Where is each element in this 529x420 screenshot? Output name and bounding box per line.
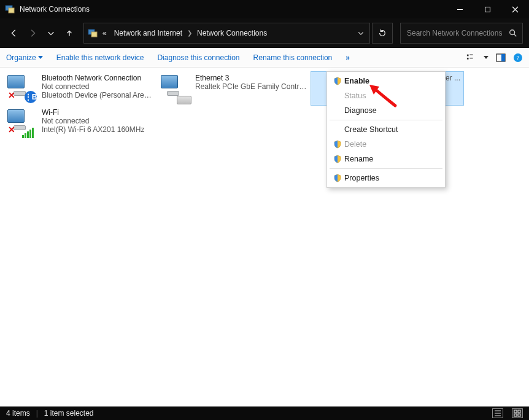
tiles-view-button[interactable] xyxy=(512,408,523,418)
menu-item-delete: Delete xyxy=(328,137,444,152)
search-box[interactable] xyxy=(400,23,523,44)
command-toolbar: Organize Enable this network device Diag… xyxy=(0,48,529,68)
status-item-count: 4 items xyxy=(6,409,30,418)
adapter-item-ethernet[interactable]: Ethernet 3 Realtek PCIe GbE Family Contr… xyxy=(157,71,311,106)
adapter-status: Not connected xyxy=(42,82,153,91)
svg-rect-24 xyxy=(518,414,520,416)
menu-item-status: Status xyxy=(328,88,444,103)
breadcrumb-prefix: « xyxy=(100,28,109,39)
svg-point-8 xyxy=(510,29,515,34)
menu-item-enable[interactable]: Enable xyxy=(328,74,444,88)
adapter-name: Ethernet 3 xyxy=(195,74,307,82)
breadcrumb-item[interactable]: Network and Internet xyxy=(112,28,185,39)
disabled-x-icon: ✕ xyxy=(7,125,16,134)
location-icon xyxy=(88,28,98,38)
svg-rect-15 xyxy=(501,54,505,61)
breadcrumb-item[interactable]: Network Connections xyxy=(195,28,269,39)
adapter-device: Intel(R) Wi-Fi 6 AX201 160MHz xyxy=(42,125,144,134)
minimize-button[interactable] xyxy=(446,0,474,18)
svg-text:?: ? xyxy=(517,54,520,61)
adapter-device: Bluetooth Device (Personal Area ... xyxy=(42,91,153,99)
menu-label: Diagnose xyxy=(344,106,438,115)
toolbar-overflow-button[interactable]: » xyxy=(346,53,349,62)
svg-rect-22 xyxy=(518,410,520,413)
menu-label: Enable xyxy=(344,77,438,85)
menu-item-properties[interactable]: Properties xyxy=(328,171,444,185)
shield-icon xyxy=(331,155,344,163)
menu-label: Rename xyxy=(344,155,438,163)
search-input[interactable] xyxy=(406,28,509,38)
disabled-x-icon: ✕ xyxy=(7,91,16,99)
preview-pane-button[interactable] xyxy=(496,53,506,63)
status-bar: 4 items | 1 item selected xyxy=(0,406,529,420)
shield-icon xyxy=(331,77,344,85)
window-controls xyxy=(446,0,529,18)
svg-rect-7 xyxy=(91,32,97,37)
diagnose-connection-button[interactable]: Diagnose this connection xyxy=(157,53,239,62)
menu-separator xyxy=(330,168,442,169)
menu-separator xyxy=(330,120,442,120)
content-area[interactable]: ✕ ⋮B Bluetooth Network Connection Not co… xyxy=(0,68,529,406)
organize-menu[interactable]: Organize xyxy=(6,53,43,62)
search-icon[interactable] xyxy=(509,29,517,37)
svg-rect-21 xyxy=(514,410,517,413)
titlebar: Network Connections xyxy=(0,0,529,18)
shield-icon xyxy=(331,174,344,182)
window-title: Network Connections xyxy=(20,5,446,14)
menu-item-create-shortcut[interactable]: Create Shortcut xyxy=(328,122,444,137)
adapter-icon xyxy=(161,74,190,103)
adapter-device: Realtek PCIe GbE Family Controll... xyxy=(195,82,307,91)
menu-label: Delete xyxy=(344,140,438,149)
chevron-right-icon: ❯ xyxy=(187,29,192,36)
svg-rect-3 xyxy=(485,7,490,12)
status-selected-count: 1 item selected xyxy=(44,409,94,418)
refresh-button[interactable] xyxy=(372,23,393,44)
view-options-button[interactable] xyxy=(466,53,476,63)
bluetooth-icon: ⋮B xyxy=(25,91,37,103)
help-button[interactable]: ? xyxy=(513,53,523,63)
adapter-icon: ✕ ⋮B xyxy=(7,74,37,103)
nav-back-button[interactable] xyxy=(6,25,22,41)
nic-card-icon xyxy=(177,96,191,104)
svg-rect-13 xyxy=(469,58,473,58)
adapter-item-wifi[interactable]: ✕ Wi-Fi Not connected Intel(R) Wi-Fi 6 A… xyxy=(4,106,157,140)
menu-label: Properties xyxy=(344,174,438,182)
menu-label: Create Shortcut xyxy=(344,125,438,134)
svg-rect-10 xyxy=(467,54,469,56)
nav-forward-button[interactable] xyxy=(25,25,41,41)
maximize-button[interactable] xyxy=(474,0,501,18)
adapter-icon: ✕ xyxy=(7,108,37,138)
menu-item-diagnose[interactable]: Diagnose xyxy=(328,103,444,118)
details-view-button[interactable] xyxy=(492,408,503,418)
rename-connection-button[interactable]: Rename this connection xyxy=(253,53,333,62)
svg-rect-12 xyxy=(469,54,473,55)
address-bar[interactable]: « Network and Internet ❯ Network Connect… xyxy=(83,23,370,44)
adapter-list: ✕ ⋮B Bluetooth Network Connection Not co… xyxy=(0,68,529,144)
shield-icon xyxy=(331,140,344,149)
wifi-signal-icon xyxy=(22,128,38,139)
chevron-down-icon xyxy=(38,56,43,59)
enable-device-button[interactable]: Enable this network device xyxy=(56,53,144,62)
navigation-bar: « Network and Internet ❯ Network Connect… xyxy=(0,18,529,48)
svg-rect-23 xyxy=(514,414,517,416)
adapter-status: Not connected xyxy=(42,117,144,125)
adapter-name: Bluetooth Network Connection xyxy=(42,74,153,82)
svg-rect-1 xyxy=(9,8,14,13)
app-icon xyxy=(5,4,15,14)
adapter-name: Wi-Fi xyxy=(42,108,144,117)
nav-up-button[interactable] xyxy=(61,25,77,41)
adapter-item-bluetooth[interactable]: ✕ ⋮B Bluetooth Network Connection Not co… xyxy=(4,71,157,106)
menu-item-rename[interactable]: Rename xyxy=(328,152,444,166)
svg-rect-11 xyxy=(467,58,469,60)
svg-line-9 xyxy=(514,34,517,36)
address-dropdown-icon[interactable] xyxy=(356,29,366,37)
view-dropdown-icon[interactable] xyxy=(484,56,488,59)
organize-label: Organize xyxy=(6,53,36,62)
nav-history-dropdown[interactable] xyxy=(43,25,59,41)
context-menu: Enable Status Diagnose Create Shortcut D… xyxy=(326,71,446,188)
status-separator: | xyxy=(36,409,38,418)
menu-label: Status xyxy=(344,91,438,100)
close-button[interactable] xyxy=(501,0,529,18)
